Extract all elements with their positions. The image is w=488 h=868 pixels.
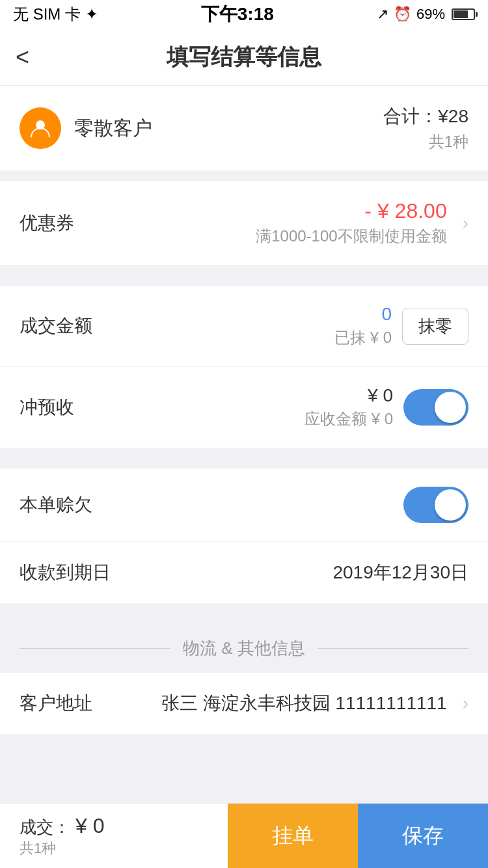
transaction-sub: 已抹 ¥ 0 bbox=[334, 327, 392, 348]
address-row[interactable]: 客户地址 张三 海淀永丰科技园 11111111111 › bbox=[0, 673, 488, 734]
transaction-row: 成交金额 0 已抹 ¥ 0 抹零 bbox=[0, 286, 488, 367]
coupon-discount: - ¥ 28.00 bbox=[364, 199, 446, 223]
content-area: 零散客户 合计：¥28 共1种 优惠券 - ¥ 28.00 满1000-100不… bbox=[0, 86, 488, 868]
coupon-row[interactable]: 优惠券 - ¥ 28.00 满1000-100不限制使用金额 › bbox=[0, 181, 488, 265]
prepayment-amount-display: ¥ 0 应收金额 ¥ 0 bbox=[305, 385, 393, 429]
due-date-row: 收款到期日 2019年12月30日 bbox=[0, 542, 488, 603]
toggle-knob bbox=[435, 392, 466, 423]
alarm-icon: ⏰ bbox=[394, 6, 411, 23]
divider-3 bbox=[0, 614, 488, 624]
transaction-label: 成交金额 bbox=[20, 314, 92, 338]
bottom-count: 共1种 bbox=[20, 839, 208, 858]
total-amount: 合计：¥28 bbox=[383, 104, 468, 129]
address-label: 客户地址 bbox=[20, 691, 92, 716]
logistics-label: 物流 & 其他信息 bbox=[183, 637, 305, 660]
location-icon: ↗ bbox=[377, 6, 388, 23]
customer-left: 零散客户 bbox=[20, 107, 152, 149]
prepayment-label: 冲预收 bbox=[20, 395, 74, 420]
address-value: 张三 海淀永丰科技园 11111111111 bbox=[161, 691, 447, 716]
prepayment-amount: ¥ 0 bbox=[368, 385, 393, 406]
transaction-value: 0 bbox=[381, 304, 392, 325]
credit-row: 本单赊欠 bbox=[0, 468, 488, 542]
back-button[interactable]: < bbox=[16, 44, 29, 71]
coupon-right: - ¥ 28.00 满1000-100不限制使用金额 › bbox=[256, 199, 468, 247]
nav-bar: < 填写结算等信息 bbox=[0, 29, 488, 86]
credit-section: 本单赊欠 收款到期日 2019年12月30日 bbox=[0, 468, 488, 603]
total-count: 共1种 bbox=[383, 131, 468, 152]
status-right: ↗ ⏰ 69% bbox=[377, 6, 475, 23]
coupon-label: 优惠券 bbox=[20, 211, 74, 236]
hold-button[interactable]: 挂单 bbox=[228, 804, 358, 868]
coupon-section[interactable]: 优惠券 - ¥ 28.00 满1000-100不限制使用金额 › bbox=[0, 181, 488, 265]
customer-avatar bbox=[20, 107, 61, 149]
round-button[interactable]: 抹零 bbox=[402, 308, 468, 345]
prepayment-toggle[interactable] bbox=[403, 389, 468, 426]
divider-2 bbox=[0, 458, 488, 468]
status-time: 下午3:18 bbox=[201, 2, 274, 27]
status-bar: 无 SIM 卡 ✦ 下午3:18 ↗ ⏰ 69% bbox=[0, 0, 488, 29]
due-date-label: 收款到期日 bbox=[20, 560, 111, 585]
customer-section: 零散客户 合计：¥28 共1种 bbox=[0, 86, 488, 170]
coupon-values: - ¥ 28.00 满1000-100不限制使用金额 bbox=[256, 199, 446, 247]
save-button[interactable]: 保存 bbox=[358, 804, 488, 868]
address-right: 张三 海淀永丰科技园 11111111111 › bbox=[161, 691, 468, 716]
page-title: 填写结算等信息 bbox=[167, 42, 321, 72]
sim-label: 无 SIM 卡 ✦ bbox=[13, 4, 98, 25]
coupon-sub: 满1000-100不限制使用金额 bbox=[256, 226, 446, 247]
credit-label: 本单赊欠 bbox=[20, 493, 92, 517]
battery-percent: 69% bbox=[416, 6, 445, 23]
address-chevron-icon: › bbox=[463, 693, 468, 714]
credit-toggle[interactable] bbox=[403, 487, 468, 523]
bottom-transaction-label: 成交： bbox=[20, 816, 70, 839]
status-left: 无 SIM 卡 ✦ bbox=[13, 4, 98, 25]
bottom-transaction-amount: ¥ 0 bbox=[75, 814, 104, 838]
prepayment-row: 冲预收 ¥ 0 应收金额 ¥ 0 bbox=[0, 367, 488, 448]
due-date-value: 2019年12月30日 bbox=[332, 560, 468, 585]
divider-1 bbox=[0, 275, 488, 286]
credit-toggle-knob bbox=[435, 489, 466, 521]
customer-name: 零散客户 bbox=[74, 115, 152, 142]
credit-right bbox=[403, 487, 468, 523]
customer-total: 合计：¥28 共1种 bbox=[383, 104, 468, 152]
transaction-amount-display: 0 已抹 ¥ 0 bbox=[334, 304, 392, 348]
bottom-bar: 成交： ¥ 0 共1种 挂单 保存 bbox=[0, 803, 488, 868]
bottom-info: 成交： ¥ 0 共1种 bbox=[0, 804, 228, 868]
battery-icon bbox=[452, 8, 475, 20]
transaction-right: 0 已抹 ¥ 0 抹零 bbox=[334, 304, 468, 348]
address-section[interactable]: 客户地址 张三 海淀永丰科技园 11111111111 › bbox=[0, 673, 488, 734]
prepayment-sub: 应收金额 ¥ 0 bbox=[305, 409, 393, 429]
logistics-header: 物流 & 其他信息 bbox=[0, 624, 488, 673]
prepayment-right: ¥ 0 应收金额 ¥ 0 bbox=[305, 385, 468, 429]
transaction-section: 成交金额 0 已抹 ¥ 0 抹零 冲预收 ¥ 0 应收金额 ¥ 0 bbox=[0, 286, 488, 448]
chevron-icon: › bbox=[463, 213, 468, 234]
